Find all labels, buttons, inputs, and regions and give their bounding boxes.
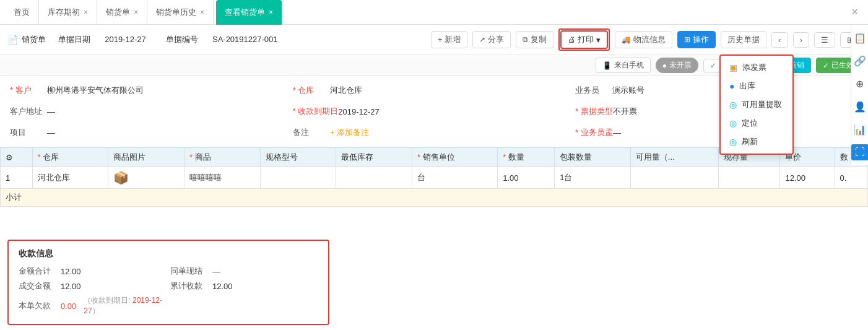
available-extract-icon: ◎	[729, 100, 737, 110]
due-date-label: * 收款到期日	[293, 106, 339, 117]
project-row: 项目 —	[10, 124, 293, 141]
due-date-value: 2019-12-27	[338, 107, 380, 116]
menu-available-extract[interactable]: ◎ 可用量提取	[721, 95, 792, 114]
sidebar-chart-icon[interactable]: 📊	[851, 121, 869, 138]
row-qty: 1.00	[498, 167, 555, 189]
tab-close-view-sales[interactable]: ×	[269, 8, 273, 17]
history-button[interactable]: 历史单据	[721, 31, 766, 48]
tab-close-sales[interactable]: ×	[134, 8, 138, 17]
share-button[interactable]: ↗ 分享	[472, 31, 511, 48]
address-label: 客户地址	[10, 106, 47, 117]
row-spec	[260, 167, 336, 189]
add-note-button[interactable]: + 添加备注	[330, 127, 369, 138]
doc-meta: 单据日期 2019-12-27 单据编号 SA-20191227-001	[58, 34, 298, 45]
product-image-icon: 📦	[113, 171, 129, 185]
from-phone-button[interactable]: 📱 来自手机	[596, 58, 651, 73]
deal-row: 成交金额 12.00	[19, 280, 167, 292]
menu-add-invoice[interactable]: ▣ 添发票	[721, 58, 792, 77]
customer-row: * 客户 柳州粤港平安气体有限公司	[10, 82, 293, 98]
sidebar-copy-icon[interactable]: 📋	[851, 30, 869, 46]
window-close-button[interactable]: ×	[846, 6, 863, 19]
product-table-wrapper: ⚙ * 仓库 商品图片 * 商品 规格型号 最低库存 * 销售单位 * 数量 包…	[0, 147, 868, 235]
tab-inventory[interactable]: 库存期初 ×	[39, 0, 97, 25]
share-icon: ↗	[479, 35, 485, 44]
sidebar-add-icon[interactable]: ⊕	[853, 76, 866, 92]
sidebar-user-icon[interactable]: 👤	[851, 98, 869, 115]
tab-close-sales-history[interactable]: ×	[200, 8, 204, 17]
row-product: 嘻嘻嘻嘻	[184, 167, 260, 189]
effective-check-icon: ✓	[823, 61, 829, 70]
tab-home[interactable]: 首页	[5, 0, 39, 25]
row-stock	[718, 167, 780, 189]
menu-refresh[interactable]: ◎ 刷新	[721, 132, 792, 151]
next-button[interactable]: ›	[793, 32, 809, 48]
due-date-row: * 收款到期日 2019-12-27	[293, 103, 576, 119]
ticket-row: * 票据类型 不开票	[575, 103, 858, 119]
warehouse-row: * 仓库 河北仓库	[293, 82, 576, 98]
tab-sales-history[interactable]: 销货单历史 ×	[147, 0, 214, 25]
tab-bar: 首页 库存期初 × 销货单 × 销货单历史 × 查看销货单 × ×	[0, 0, 868, 25]
address-row: 客户地址 —	[10, 103, 293, 119]
refresh-icon: ◎	[729, 137, 737, 147]
col-settings[interactable]: ⚙	[1, 148, 33, 167]
copy-button[interactable]: ⧉ 复制	[516, 31, 553, 48]
print-button[interactable]: 🖨 打印 ▾	[560, 30, 608, 49]
sidebar-expand-icon[interactable]: ⛶	[851, 144, 869, 160]
number-label: 单据编号 SA-20191227-001	[166, 34, 288, 45]
salesperson2-row: * 业务员孟 —	[575, 124, 858, 141]
date-label: 单据日期 2019-12-27	[58, 34, 156, 45]
not-opened-icon: ●	[662, 61, 667, 70]
row-warehouse: 河北仓库	[32, 167, 108, 189]
col-min-stock: 最低库存	[336, 148, 412, 167]
operations-button[interactable]: ⊞ 操作	[677, 31, 716, 48]
locate-icon: ◎	[729, 118, 737, 128]
logistics-button[interactable]: 🚚 物流信息	[615, 31, 672, 48]
same-bill-row: 同单现结 —	[170, 266, 318, 277]
row-no: 1	[1, 167, 33, 189]
row-min-stock	[336, 167, 412, 189]
operations-icon: ⊞	[684, 35, 690, 44]
tab-close-inventory[interactable]: ×	[84, 8, 88, 17]
subtotal-label: 小计	[1, 189, 868, 207]
print-highlight-box: 🖨 打印 ▾	[558, 28, 610, 51]
check-icon: ✓	[710, 61, 716, 70]
product-table: ⚙ * 仓库 商品图片 * 商品 规格型号 最低库存 * 销售单位 * 数量 包…	[0, 147, 868, 207]
menu-outbound[interactable]: ● 出库	[721, 77, 792, 95]
customer-label: * 客户	[10, 85, 47, 96]
right-sidebar: 📋 🔗 ⊕ 👤 📊 ⛶	[851, 25, 868, 165]
warehouse-value: 河北仓库	[330, 85, 362, 96]
row-image: 📦	[108, 167, 184, 189]
new-button[interactable]: + 新增	[431, 31, 467, 48]
row-available	[630, 167, 718, 189]
salesperson2-value: —	[613, 128, 621, 137]
salesperson-row: 业务员 演示账号	[575, 82, 858, 98]
prev-button[interactable]: ‹	[771, 32, 788, 48]
payment-info-box: 收款信息 金额合计 12.00 同单现结 — 成交金额 12.00 累计收款 1…	[7, 240, 329, 325]
toolbar-actions: + 新增 ↗ 分享 ⧉ 复制 🖨 打印 ▾ 🚚 物流信息	[431, 28, 861, 51]
col-product: * 商品	[184, 148, 260, 167]
tab-view-sales[interactable]: 查看销货单 ×	[216, 0, 282, 25]
overdue-date-value: 2019-12-27	[84, 296, 162, 315]
salesperson-label: 业务员	[575, 85, 612, 96]
not-opened-button[interactable]: ● 未开票	[656, 58, 698, 73]
col-available: 可用量（...	[630, 148, 718, 167]
table-row: 1 河北仓库 📦 嘻嘻嘻嘻 台 1.00 1台 12.00 0.	[1, 167, 868, 189]
col-pkg-qty: 包装数量	[555, 148, 631, 167]
view-list-button[interactable]: ☰	[814, 32, 835, 48]
add-invoice-icon: ▣	[729, 63, 737, 72]
phone-icon: 📱	[602, 61, 612, 70]
doc-icon: 📄	[7, 35, 18, 45]
ticket-value: 不开票	[613, 106, 637, 117]
overdue-due-date: （收款到期日: 2019-12-27）	[84, 295, 167, 316]
project-label: 项目	[10, 127, 47, 138]
subtotal-row: 小计	[1, 189, 868, 207]
col-qty: * 数量	[498, 148, 555, 167]
sidebar-link-icon[interactable]: 🔗	[851, 53, 869, 69]
tab-sales[interactable]: 销货单 ×	[97, 0, 147, 25]
address-value: —	[47, 107, 55, 116]
ticket-label: * 票据类型	[575, 106, 613, 117]
note-label: 备注	[293, 127, 330, 138]
menu-locate[interactable]: ◎ 定位	[721, 114, 792, 132]
toolbar: 📄 销货单 单据日期 2019-12-27 单据编号 SA-20191227-0…	[0, 25, 868, 55]
col-unit: * 销售单位	[412, 148, 498, 167]
